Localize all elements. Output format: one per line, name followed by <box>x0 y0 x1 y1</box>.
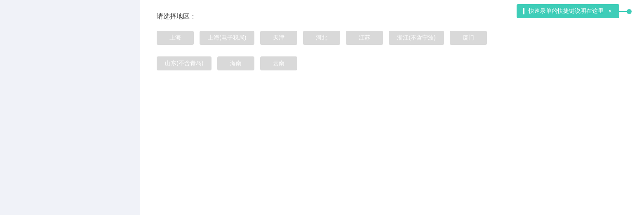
region-btn-shanghai[interactable]: 上海 <box>157 31 194 45</box>
region-btn-shandong[interactable]: 山东(不含青岛) <box>157 56 212 70</box>
region-buttons-container: 上海 上海(电子税局) 天津 河北 江苏 浙江(不含宁波) 厦门 山东(不含青岛… <box>157 31 628 70</box>
tooltip-text: 快速录单的快捷键说明在这里 <box>529 7 604 15</box>
main-content: 请选择地区： 上海 上海(电子税局) 天津 河北 江苏 浙江(不含宁波) 厦门 … <box>140 0 644 215</box>
left-sidebar <box>0 0 140 215</box>
region-btn-jiangsu[interactable]: 江苏 <box>346 31 383 45</box>
region-btn-hebei[interactable]: 河北 <box>303 31 340 45</box>
region-btn-xiamen[interactable]: 厦门 <box>450 31 487 45</box>
region-btn-yunnan[interactable]: 云南 <box>260 56 297 70</box>
region-btn-hainan[interactable]: 海南 <box>217 56 254 70</box>
region-btn-zhejiang[interactable]: 浙江(不含宁波) <box>389 31 444 45</box>
tooltip-dot <box>627 9 632 14</box>
region-btn-tianjin[interactable]: 天津 <box>260 31 297 45</box>
tooltip-line <box>618 11 627 12</box>
tooltip-banner: 快速录单的快捷键说明在这里 × <box>517 4 619 18</box>
tooltip-close-button[interactable]: × <box>608 8 613 14</box>
region-btn-shanghai-etax[interactable]: 上海(电子税局) <box>200 31 254 45</box>
